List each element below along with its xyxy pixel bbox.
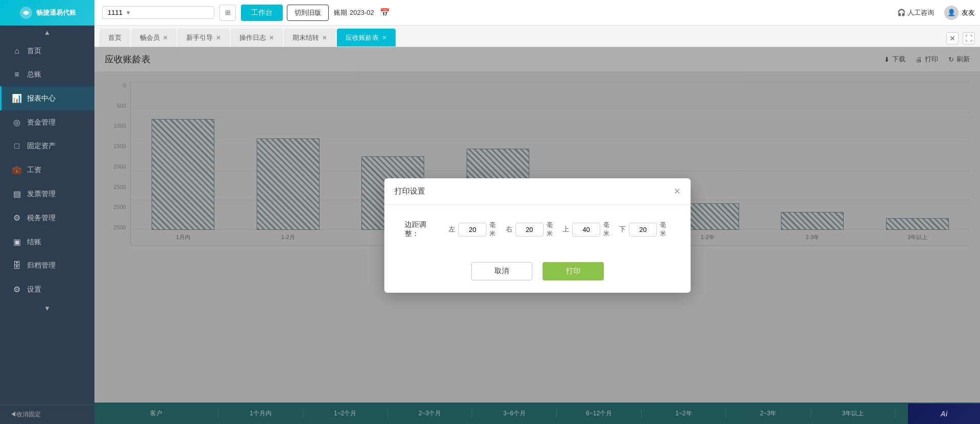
copy-button[interactable]: ⊞ bbox=[219, 5, 236, 21]
tab-period-close[interactable]: ✕ bbox=[322, 34, 327, 41]
sidebar-label-salary: 工资 bbox=[27, 166, 41, 175]
tab-close-button[interactable]: ✕ bbox=[946, 32, 959, 44]
assets-icon: □ bbox=[12, 142, 22, 151]
modal-body: 边距调整： 左 毫米 右 毫米 bbox=[384, 205, 691, 254]
switch-button[interactable]: 切到旧版 bbox=[287, 5, 329, 21]
tab-log-close[interactable]: ✕ bbox=[269, 34, 274, 41]
checkout-icon: ▣ bbox=[12, 237, 22, 247]
sidebar-item-invoice[interactable]: ▤ 发票管理 bbox=[0, 182, 94, 206]
tab-guide-label: 新手引导 bbox=[186, 33, 213, 42]
tab-vip-close[interactable]: ✕ bbox=[163, 34, 168, 41]
sidebar-label-archive: 归档管理 bbox=[27, 261, 56, 270]
sidebar-item-archive[interactable]: 🗄 归档管理 bbox=[0, 254, 94, 277]
ledger-icon: ≡ bbox=[12, 70, 22, 79]
salary-icon: 💼 bbox=[12, 165, 22, 175]
header-right: 🎧 人工咨询 👤 友友 bbox=[897, 6, 975, 20]
sidebar-label-invoice: 发票管理 bbox=[27, 190, 56, 199]
tab-log-label: 操作日志 bbox=[239, 33, 266, 42]
margin-top-input[interactable] bbox=[572, 223, 600, 237]
modal-footer: 取消 打印 bbox=[384, 254, 691, 293]
sidebar-item-home[interactable]: ⌂ 首页 bbox=[0, 39, 94, 63]
margin-right-group: 右 毫米 bbox=[506, 221, 556, 238]
top-unit: 毫米 bbox=[603, 221, 613, 238]
modal-header: 打印设置 ✕ bbox=[384, 178, 691, 205]
sidebar-item-reports[interactable]: 📊 报表中心 bbox=[0, 86, 94, 110]
top-header: 畅捷通易代账 1111 ▾ ⊞ 工作台 切到旧版 账期 2023-02 📅 🎧 … bbox=[0, 0, 980, 26]
sidebar-label-tax: 税务管理 bbox=[27, 214, 56, 223]
sidebar-item-settings[interactable]: ⚙ 设置 bbox=[0, 277, 94, 301]
company-name: 1111 bbox=[108, 9, 122, 16]
avatar: 👤 bbox=[944, 6, 959, 20]
margin-left-input[interactable] bbox=[458, 223, 486, 237]
settings-icon: ⚙ bbox=[12, 285, 22, 294]
support-label: 人工咨询 bbox=[908, 8, 934, 17]
top-direction-label: 上 bbox=[562, 225, 569, 234]
right-direction-label: 右 bbox=[506, 225, 512, 234]
company-selector[interactable]: 1111 ▾ bbox=[102, 6, 214, 19]
tab-period-label: 期末结转 bbox=[292, 33, 319, 42]
tab-vip[interactable]: 畅会员 ✕ bbox=[131, 29, 177, 46]
home-icon: ⌂ bbox=[12, 46, 22, 56]
logo-area: 畅捷通易代账 bbox=[0, 0, 94, 26]
sidebar-collapse[interactable]: ◀收消固定 bbox=[0, 405, 94, 424]
sidebar-label-ledger: 总账 bbox=[27, 70, 41, 79]
bottom-direction-label: 下 bbox=[619, 225, 626, 234]
bottom-unit: 毫米 bbox=[660, 221, 670, 238]
tab-log[interactable]: 操作日志 ✕ bbox=[231, 29, 283, 46]
logo-icon bbox=[19, 6, 33, 20]
tab-aging[interactable]: 应收账龄表 ✕ bbox=[337, 29, 396, 46]
dropdown-icon: ▾ bbox=[127, 9, 130, 16]
modal-title: 打印设置 bbox=[395, 186, 425, 196]
copy-icon: ⊞ bbox=[225, 9, 231, 16]
logo-text: 畅捷通易代账 bbox=[36, 8, 76, 17]
tax-icon: ⚙ bbox=[12, 213, 22, 223]
tab-aging-close[interactable]: ✕ bbox=[382, 34, 387, 41]
sidebar-scroll-up[interactable]: ▲ bbox=[0, 26, 94, 39]
funds-icon: ◎ bbox=[12, 117, 22, 127]
reports-icon: 📊 bbox=[12, 93, 22, 103]
sidebar-scroll-down[interactable]: ▼ bbox=[0, 301, 94, 315]
sidebar-item-tax[interactable]: ⚙ 税务管理 bbox=[0, 206, 94, 230]
user-name: 友友 bbox=[962, 8, 975, 17]
content-area: 首页 畅会员 ✕ 新手引导 ✕ 操作日志 ✕ 期末结转 ✕ 应收账龄表 ✕ bbox=[94, 26, 980, 424]
sidebar-item-checkout[interactable]: ▣ 结账 bbox=[0, 230, 94, 254]
headset-icon: 🎧 bbox=[897, 9, 905, 16]
tab-guide[interactable]: 新手引导 ✕ bbox=[178, 29, 230, 46]
period-info: 账期 2023-02 📅 bbox=[334, 8, 390, 17]
support-link[interactable]: 🎧 人工咨询 bbox=[897, 8, 934, 17]
modal-close-button[interactable]: ✕ bbox=[674, 186, 680, 196]
tab-guide-close[interactable]: ✕ bbox=[216, 34, 221, 41]
tab-home-label: 首页 bbox=[108, 33, 121, 42]
confirm-print-button[interactable]: 打印 bbox=[543, 262, 604, 280]
modal-backdrop: 打印设置 ✕ 边距调整： 左 毫米 右 bbox=[94, 47, 980, 424]
left-unit: 毫米 bbox=[489, 221, 499, 238]
workbench-button[interactable]: 工作台 bbox=[241, 5, 283, 21]
tab-period[interactable]: 期末结转 ✕ bbox=[284, 29, 336, 46]
margin-row: 边距调整： 左 毫米 右 毫米 bbox=[405, 220, 670, 239]
sidebar-label-home: 首页 bbox=[27, 46, 41, 56]
left-direction-label: 左 bbox=[449, 225, 455, 234]
period-label: 账期 bbox=[334, 8, 347, 17]
page-content: 应收账龄表 ⬇ 下载 🖨 打印 ↻ 刷新 bbox=[94, 47, 980, 424]
sidebar: ▲ ⌂ 首页 ≡ 总账 📊 报表中心 ◎ 资金管理 □ 固定资产 💼 工资 ▤ … bbox=[0, 26, 94, 424]
sidebar-label-reports: 报表中心 bbox=[27, 94, 56, 103]
user-area[interactable]: 👤 友友 bbox=[944, 6, 975, 20]
invoice-icon: ▤ bbox=[12, 189, 22, 199]
margin-bottom-group: 下 毫米 bbox=[619, 221, 670, 238]
sidebar-item-ledger[interactable]: ≡ 总账 bbox=[0, 63, 94, 86]
avatar-icon: 👤 bbox=[947, 9, 955, 16]
sidebar-label-funds: 资金管理 bbox=[27, 118, 56, 127]
margin-bottom-input[interactable] bbox=[629, 223, 657, 237]
sidebar-item-funds[interactable]: ◎ 资金管理 bbox=[0, 110, 94, 134]
tab-home[interactable]: 首页 bbox=[100, 29, 130, 46]
margin-label: 边距调整： bbox=[405, 220, 439, 239]
print-settings-modal: 打印设置 ✕ 边距调整： 左 毫米 右 bbox=[384, 178, 691, 293]
sidebar-item-assets[interactable]: □ 固定资产 bbox=[0, 134, 94, 158]
tab-bar: 首页 畅会员 ✕ 新手引导 ✕ 操作日志 ✕ 期末结转 ✕ 应收账龄表 ✕ bbox=[94, 26, 980, 47]
sidebar-item-salary[interactable]: 💼 工资 bbox=[0, 158, 94, 182]
tab-maximize-button[interactable]: ⛶ bbox=[963, 32, 975, 44]
cancel-button[interactable]: 取消 bbox=[471, 262, 532, 280]
margin-left-group: 左 毫米 bbox=[449, 221, 499, 238]
calendar-icon[interactable]: 📅 bbox=[380, 8, 390, 17]
margin-right-input[interactable] bbox=[516, 223, 544, 237]
